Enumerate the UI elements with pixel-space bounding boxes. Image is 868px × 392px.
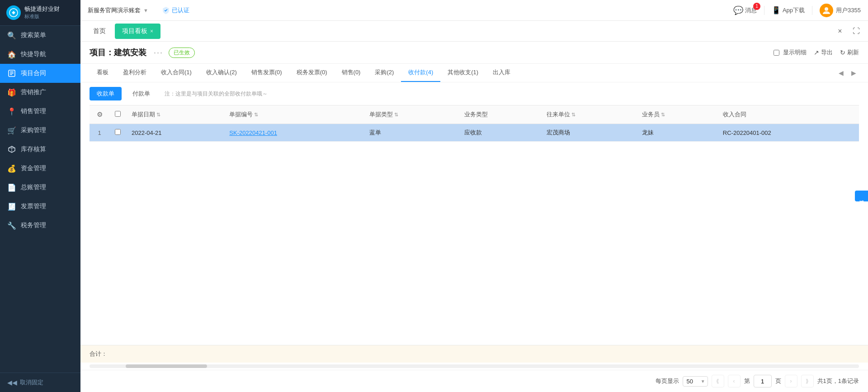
col-date: 单据日期⇅: [126, 105, 224, 124]
per-page-select[interactable]: 50 100 200: [683, 376, 708, 387]
refresh-btn[interactable]: ↻ 刷新: [840, 48, 859, 57]
project-icon: [7, 69, 16, 78]
topbar-project-selector[interactable]: 新服务官网演示账套 ▼: [88, 6, 148, 14]
sort-date-icon[interactable]: ⇅: [156, 112, 160, 117]
first-page-btn[interactable]: ⟪: [712, 375, 724, 387]
inner-tab-receipt[interactable]: 收款单: [90, 87, 122, 100]
window-close-btn[interactable]: ×: [834, 25, 846, 38]
sidebar-item-tax[interactable]: 🔧 税务管理: [0, 216, 80, 235]
search-icon: 🔍: [7, 31, 16, 40]
sidebar-item-label: 资金管理: [21, 164, 46, 172]
subtab-inout[interactable]: 出入库: [486, 64, 518, 82]
feedback-btn[interactable]: 反馈: [855, 191, 868, 201]
mobile-icon: 📱: [772, 6, 781, 14]
row-checkbox: [109, 124, 126, 142]
sidebar-item-finance[interactable]: 💰 资金管理: [0, 159, 80, 178]
message-btn[interactable]: 💬 消息 1: [733, 5, 757, 15]
subtab-sales[interactable]: 销售(0): [335, 64, 368, 82]
subtab-profit[interactable]: 盈利分析: [116, 64, 154, 82]
receipt-number-link[interactable]: SK-20220421-001: [229, 129, 277, 136]
tax-icon: 🔧: [7, 221, 16, 230]
tab-close-icon[interactable]: ×: [150, 28, 153, 34]
sort-type-icon[interactable]: ⇅: [394, 112, 398, 117]
subtab-income-confirm[interactable]: 收入确认(2): [199, 64, 244, 82]
page-input[interactable]: [754, 375, 772, 387]
subtab-other[interactable]: 其他收支(1): [440, 64, 486, 82]
show-detail-input[interactable]: [774, 50, 779, 56]
row-partner: 宏茂商场: [541, 124, 636, 142]
sort-salesperson-icon[interactable]: ⇅: [661, 112, 665, 117]
finance-icon: 💰: [7, 164, 16, 173]
tab-project-board[interactable]: 项目看板 ×: [115, 24, 160, 39]
receipt-table: ⚙ 单据日期⇅ 单据编号⇅ 单据类型⇅: [90, 105, 859, 142]
tabbar-controls: × ⛶: [834, 25, 863, 38]
subtab-income-contract[interactable]: 收入合同(1): [154, 64, 199, 82]
sidebar-item-label: 总账管理: [21, 183, 46, 191]
col-checkbox: [109, 105, 126, 124]
page-label: 第: [744, 377, 750, 385]
subtab-kanban[interactable]: 看板: [90, 64, 116, 82]
invoice-icon: 🧾: [7, 202, 16, 211]
prev-page-btn[interactable]: ‹: [728, 375, 741, 387]
project-more-btn[interactable]: ···: [154, 48, 163, 57]
export-btn[interactable]: ↗ 导出: [814, 48, 833, 57]
home-icon: 🏠: [7, 50, 16, 59]
sort-partner-icon[interactable]: ⇅: [571, 112, 576, 117]
last-page-btn[interactable]: ⟫: [801, 375, 814, 387]
next-page-btn[interactable]: ›: [785, 375, 797, 387]
chevron-down-icon: ▼: [143, 8, 148, 13]
table-total-row: 合计：: [80, 345, 868, 363]
row-select-checkbox[interactable]: [115, 129, 121, 135]
sidebar-item-search[interactable]: 🔍 搜索菜单: [0, 26, 80, 45]
col-biz-type: 业务类型: [459, 105, 541, 124]
main-area: 新服务官网演示账套 ▼ 已认证 💬 消息 1 📱: [80, 0, 868, 392]
subtabs-bar: 看板 盈利分析 收入合同(1) 收入确认(2) 销售发票(0) 税务发票(0) …: [80, 64, 868, 82]
table-header-row: ⚙ 单据日期⇅ 单据编号⇅ 单据类型⇅: [90, 105, 859, 124]
sidebar: 畅捷通好业财 标准版 🔍 搜索菜单 🏠 快捷导航 项目合同: [0, 0, 80, 392]
subtab-purchase[interactable]: 采购(2): [368, 64, 401, 82]
ledger-icon: 📄: [7, 183, 16, 192]
subtab-sales-invoice[interactable]: 销售发票(0): [244, 64, 289, 82]
sidebar-item-inventory[interactable]: 库存核算: [0, 140, 80, 159]
topbar: 新服务官网演示账套 ▼ 已认证 💬 消息 1 📱: [80, 0, 868, 21]
sort-number-icon[interactable]: ⇅: [254, 112, 258, 117]
sidebar-item-label: 快捷导航: [21, 50, 46, 58]
window-maximize-btn[interactable]: ⛶: [850, 25, 863, 38]
message-badge: 1: [753, 3, 760, 10]
settings-icon[interactable]: ⚙: [95, 110, 104, 119]
pagination-bar: 每页显示 50 100 200 ⟪ ‹ 第 页 › ⟫ 共1页，1条记录: [80, 370, 868, 392]
app-download-btn[interactable]: 📱 App下载: [772, 6, 805, 14]
select-all-checkbox[interactable]: [115, 111, 121, 117]
subtab-prev-btn[interactable]: ◀: [835, 67, 846, 78]
scroll-thumb[interactable]: [126, 364, 207, 368]
tab-home[interactable]: 首页: [86, 24, 113, 39]
topbar-right: 💬 消息 1 📱 App下载 用户3355: [733, 4, 861, 17]
marketing-icon: 🎁: [7, 88, 16, 97]
row-income-contract: RC-20220401-002: [717, 124, 859, 142]
sidebar-item-project-contract[interactable]: 项目合同: [0, 64, 80, 83]
subtab-payment[interactable]: 收付款(4): [401, 64, 440, 82]
sidebar-item-marketing[interactable]: 🎁 营销推广: [0, 83, 80, 102]
subtab-next-btn[interactable]: ▶: [848, 67, 859, 78]
table-row[interactable]: 1 2022-04-21 SK-20220421-001 蓝单 应收款 宏茂商场…: [90, 124, 859, 142]
sidebar-item-purchase[interactable]: 🛒 采购管理: [0, 121, 80, 140]
sidebar-item-label: 库存核算: [21, 145, 46, 153]
sidebar-unpin-btn[interactable]: ◀◀ 取消固定: [0, 373, 80, 392]
subtab-tax-invoice[interactable]: 税务发票(0): [289, 64, 335, 82]
per-page-select-wrapper: 50 100 200: [683, 376, 708, 387]
topbar-certified-badge: 已认证: [162, 6, 189, 14]
project-header: 项目：建筑安装 ··· 已生效 显示明细 ↗ 导出 ↻ 刷新: [80, 42, 868, 64]
sidebar-item-invoice[interactable]: 🧾 发票管理: [0, 197, 80, 216]
user-menu[interactable]: 用户3355: [820, 4, 861, 17]
row-number: SK-20220421-001: [224, 124, 364, 142]
sidebar-item-quick-nav[interactable]: 🏠 快捷导航: [0, 45, 80, 64]
project-actions: 显示明细 ↗ 导出 ↻ 刷新: [774, 48, 859, 57]
col-type: 单据类型⇅: [364, 105, 459, 124]
svg-point-6: [825, 7, 828, 11]
sidebar-item-ledger[interactable]: 📄 总账管理: [0, 178, 80, 197]
col-number: 单据编号⇅: [224, 105, 364, 124]
sidebar-item-sales[interactable]: 📍 销售管理: [0, 102, 80, 121]
show-detail-checkbox[interactable]: 显示明细: [774, 48, 807, 57]
inner-tab-payment[interactable]: 付款单: [125, 87, 157, 100]
sidebar-item-label: 发票管理: [21, 202, 46, 210]
